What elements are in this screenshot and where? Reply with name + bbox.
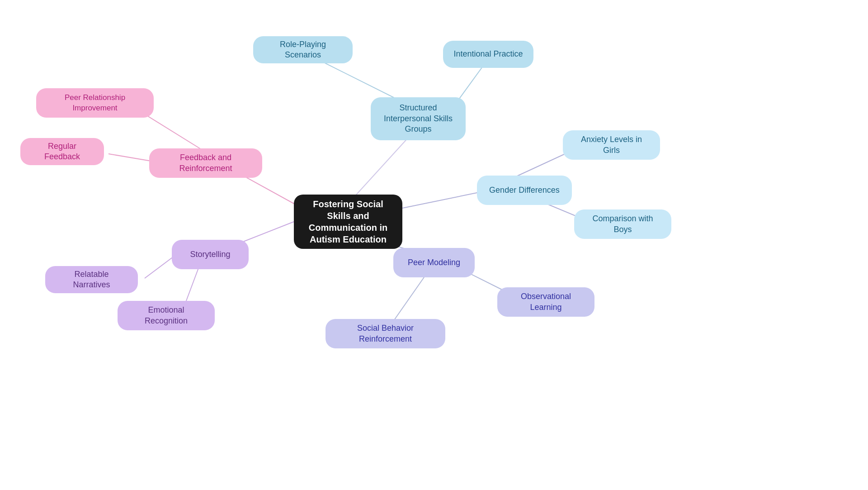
structured-groups-node[interactable]: Structured Interpersonal Skills Groups [371, 97, 466, 140]
peer-relationship-node[interactable]: Peer Relationship Improvement [36, 88, 154, 118]
role-playing-node[interactable]: Role-Playing Scenarios [253, 36, 353, 63]
feedback-reinforcement-node[interactable]: Feedback and Reinforcement [149, 148, 262, 178]
social-behavior-node[interactable]: Social Behavior Reinforcement [326, 319, 445, 348]
storytelling-node[interactable]: Storytelling [172, 240, 249, 269]
svg-line-14 [393, 276, 425, 321]
peer-modeling-node[interactable]: Peer Modeling [393, 248, 475, 277]
svg-line-8 [185, 267, 199, 303]
center-node[interactable]: Fostering Social Skills and Communicatio… [294, 195, 402, 249]
intentional-practice-node[interactable]: Intentional Practice [443, 41, 533, 68]
emotional-recognition-node[interactable]: Emotional Recognition [118, 301, 215, 330]
gender-differences-node[interactable]: Gender Differences [477, 176, 572, 205]
anxiety-levels-node[interactable]: Anxiety Levels in Girls [563, 130, 660, 160]
relatable-narratives-node[interactable]: Relatable Narratives [45, 266, 138, 293]
comparison-boys-node[interactable]: Comparison with Boys [574, 209, 671, 239]
regular-feedback-node[interactable]: Regular Feedback [20, 138, 104, 165]
svg-line-9 [402, 192, 479, 208]
observational-learning-node[interactable]: Observational Learning [497, 287, 594, 317]
